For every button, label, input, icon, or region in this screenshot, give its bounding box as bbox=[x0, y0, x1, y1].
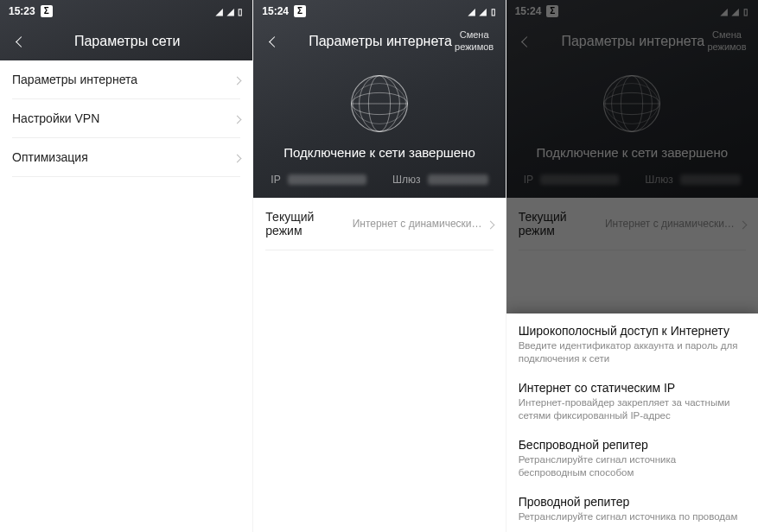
row-label: Параметры интернета bbox=[12, 73, 229, 86]
ip-value bbox=[288, 174, 366, 185]
row-label: Текущий режим bbox=[519, 210, 605, 238]
row-value: Интернет с динамическим IP bbox=[605, 218, 735, 230]
row-value: Интернет с динамическим IP bbox=[353, 218, 482, 230]
ip-field: IP bbox=[271, 174, 366, 186]
clock: 15:24 bbox=[515, 5, 542, 17]
row-vpn-settings[interactable]: Настройки VPN bbox=[0, 99, 252, 137]
chevron-right-icon bbox=[234, 150, 240, 164]
gateway-label: Шлюз bbox=[645, 174, 673, 186]
option-subtitle: Ретранслируйте сигнал источника по прово… bbox=[519, 510, 746, 523]
status-icons: ◢ ◢ ▯ bbox=[721, 7, 749, 16]
option-subtitle: Интернет-провайдер закрепляет за частным… bbox=[519, 396, 746, 422]
option-title: Широкополосный доступ к Интернету bbox=[519, 324, 746, 338]
chevron-right-icon bbox=[740, 217, 746, 231]
mode-action-sheet: Широкополосный доступ к Интернету Введит… bbox=[506, 314, 758, 532]
clock: 15:23 bbox=[9, 5, 35, 17]
ip-value bbox=[540, 174, 619, 185]
gateway-value bbox=[680, 174, 741, 185]
globe-icon bbox=[601, 73, 663, 135]
row-current-mode[interactable]: Текущий режим Интернет с динамическим IP bbox=[506, 198, 758, 250]
row-label: Оптимизация bbox=[12, 150, 229, 164]
globe-icon bbox=[348, 73, 411, 135]
ip-label: IP bbox=[271, 174, 280, 186]
row-internet-params[interactable]: Параметры интернета bbox=[0, 60, 252, 98]
change-mode-button[interactable]: Смена режимов bbox=[449, 29, 500, 54]
screen-network-settings: 15:23 Σ ◢ ◢ ▯ Параметры сети Параметры и… bbox=[0, 0, 252, 532]
ip-field: IP bbox=[524, 174, 620, 186]
option-subtitle: Ретранслируйте сигнал источника беспрово… bbox=[519, 453, 746, 479]
status-bar: 15:24 Σ ◢ ◢ ▯ bbox=[253, 0, 505, 22]
row-optimization[interactable]: Оптимизация bbox=[0, 138, 252, 176]
sheet-option-static-ip[interactable]: Интернет со статическим IP Интернет-пров… bbox=[506, 374, 758, 431]
change-mode-button[interactable]: Смена режимов bbox=[701, 29, 753, 54]
sheet-option-broadband[interactable]: Широкополосный доступ к Интернету Введит… bbox=[506, 317, 758, 374]
chevron-right-icon bbox=[234, 111, 240, 125]
app-badge-icon: Σ bbox=[546, 5, 558, 17]
connection-status: Подключение к сети завершено bbox=[506, 145, 758, 160]
status-icons: ◢ ◢ ▯ bbox=[216, 7, 245, 16]
page-title: Параметры сети bbox=[7, 34, 247, 49]
screen-internet-params-sheet: 15:24 Σ ◢ ◢ ▯ Параметры интернета Смена … bbox=[506, 0, 758, 532]
row-label: Текущий режим bbox=[265, 210, 352, 238]
option-subtitle: Введите идентификатор аккаунта и пароль … bbox=[519, 339, 746, 365]
ip-label: IP bbox=[524, 174, 533, 186]
connection-status: Подключение к сети завершено bbox=[253, 145, 505, 160]
sheet-option-wired-repeater[interactable]: Проводной репитер Ретранслируйте сигнал … bbox=[506, 488, 758, 532]
chevron-right-icon bbox=[234, 73, 240, 86]
row-label: Настройки VPN bbox=[12, 111, 229, 125]
option-title: Интернет со статическим IP bbox=[519, 381, 746, 395]
sheet-option-wireless-repeater[interactable]: Беспроводной репитер Ретранслируйте сигн… bbox=[506, 431, 758, 488]
app-badge-icon: Σ bbox=[294, 5, 306, 17]
status-icons: ◢ ◢ ▯ bbox=[468, 7, 497, 16]
option-title: Проводной репитер bbox=[519, 495, 746, 509]
chevron-right-icon bbox=[487, 217, 494, 231]
screen-internet-params: 15:24 Σ ◢ ◢ ▯ Параметры интернета Смена … bbox=[252, 0, 505, 532]
gateway-field: Шлюз bbox=[392, 174, 488, 186]
status-bar: 15:24 Σ ◢ ◢ ▯ bbox=[506, 0, 758, 22]
gateway-field: Шлюз bbox=[645, 174, 741, 186]
clock: 15:24 bbox=[262, 5, 289, 17]
gateway-label: Шлюз bbox=[392, 174, 421, 186]
gateway-value bbox=[428, 174, 488, 185]
app-badge-icon: Σ bbox=[41, 5, 53, 17]
status-bar: 15:23 Σ ◢ ◢ ▯ bbox=[0, 0, 252, 22]
option-title: Беспроводной репитер bbox=[519, 438, 746, 452]
row-current-mode[interactable]: Текущий режим Интернет с динамическим IP bbox=[253, 198, 505, 250]
